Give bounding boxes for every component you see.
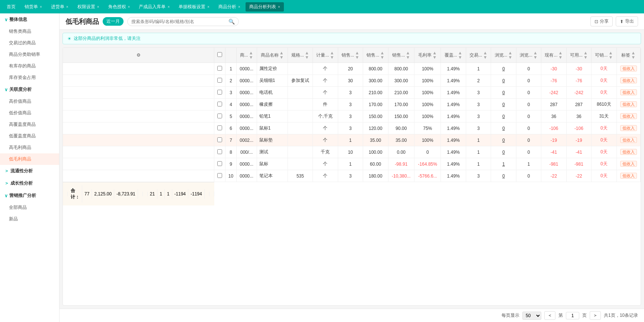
- row-name[interactable]: 电话机: [257, 87, 288, 99]
- row-browse1[interactable]: 0: [491, 170, 516, 182]
- close-icon[interactable]: ×: [128, 5, 130, 9]
- nav-product-analysis-list[interactable]: 商品分析列表 ×: [246, 2, 284, 12]
- row-name[interactable]: 鼠标1: [257, 122, 288, 134]
- next-page-button[interactable]: ＞: [590, 311, 601, 320]
- sidebar-group-circulation[interactable]: ＞ 流通性分析: [0, 165, 59, 177]
- row-checkbox[interactable]: [217, 149, 222, 154]
- nav-sales-order[interactable]: 销货单 ×: [21, 2, 46, 12]
- settings-col-header[interactable]: ⚙: [63, 48, 214, 63]
- row-checkbox[interactable]: [217, 161, 222, 166]
- search-input[interactable]: [131, 19, 227, 24]
- row-browse1[interactable]: 0: [491, 111, 516, 122]
- col-trade-count[interactable]: 交易... ▲▼: [466, 48, 491, 63]
- col-unit[interactable]: 计量... ▲▼: [313, 48, 338, 63]
- row-browse1[interactable]: 1: [491, 158, 516, 170]
- row-name[interactable]: 橡皮擦: [257, 99, 288, 111]
- sidebar-item-all-goods[interactable]: 全部商品: [0, 202, 59, 213]
- nav-role-auth[interactable]: 角色授权 ×: [105, 2, 134, 12]
- col-saleable[interactable]: 可销... ▲▼: [592, 48, 616, 63]
- checkbox-cell[interactable]: [214, 63, 225, 75]
- row-name[interactable]: 鼠标垫: [257, 134, 288, 146]
- close-icon[interactable]: ×: [167, 5, 170, 9]
- sidebar-item-category-sales-rate[interactable]: 商品分类助销率: [0, 49, 59, 60]
- row-checkbox[interactable]: [217, 78, 222, 83]
- col-sales-amount[interactable]: 销售... ▲▼: [388, 48, 414, 63]
- checkbox-cell[interactable]: [214, 75, 225, 87]
- checkbox-cell[interactable]: [214, 170, 225, 182]
- sidebar-item-new-goods[interactable]: 新品: [0, 213, 59, 225]
- col-sales-qty[interactable]: 销售... ▲▼: [338, 48, 363, 63]
- nav-product-analysis[interactable]: 商品分析 ×: [215, 2, 244, 12]
- export-button[interactable]: ⬆ 导出: [616, 16, 638, 26]
- checkbox-cell[interactable]: [214, 87, 225, 99]
- checkbox-cell[interactable]: [214, 99, 225, 111]
- checkbox-cell[interactable]: [214, 158, 225, 170]
- col-browse1[interactable]: 浏览... ▲▼: [491, 48, 516, 63]
- col-browse2[interactable]: 浏览... ▲▼: [516, 48, 541, 63]
- nav-product-inbound[interactable]: 产成品入库单 ×: [135, 2, 173, 12]
- select-all-checkbox[interactable]: [217, 52, 222, 57]
- row-checkbox[interactable]: [217, 137, 222, 142]
- row-checkbox[interactable]: [217, 125, 222, 130]
- row-browse1[interactable]: 0: [491, 146, 516, 158]
- sidebar-group-relevance[interactable]: ∨ 关联度分析: [0, 83, 59, 96]
- col-current-stock[interactable]: 现有... ▲▼: [541, 48, 566, 63]
- sidebar-group-marketing[interactable]: ∨ 营销推广分析: [0, 189, 59, 202]
- row-name[interactable]: 吴细细1: [257, 75, 288, 87]
- col-cover-rate[interactable]: 覆盖... ▲▼: [441, 48, 466, 63]
- sidebar-item-high-margin[interactable]: 高毛利商品: [0, 142, 59, 153]
- row-checkbox[interactable]: [217, 90, 222, 95]
- col-name[interactable]: 商品名称 ▲▼: [257, 48, 288, 63]
- sidebar-item-low-coverage[interactable]: 低覆盖度商品: [0, 130, 59, 142]
- row-name[interactable]: 鼠标: [257, 158, 288, 170]
- checkbox-cell[interactable]: [214, 134, 225, 146]
- col-sales-price[interactable]: 销售... ▲▼: [363, 48, 388, 63]
- row-checkbox[interactable]: [217, 173, 222, 178]
- row-checkbox[interactable]: [217, 66, 222, 71]
- row-browse1[interactable]: 0: [491, 134, 516, 146]
- sidebar-item-sales-goods[interactable]: 销售类商品: [0, 26, 59, 37]
- row-name[interactable]: 铅笔1: [257, 111, 288, 122]
- row-name[interactable]: 测试: [257, 146, 288, 158]
- row-checkbox[interactable]: [217, 102, 222, 106]
- filter-recent-month-button[interactable]: 近一月: [103, 17, 124, 26]
- sidebar-item-low-value[interactable]: 低价值商品: [0, 107, 59, 119]
- share-button[interactable]: ⊡ 分享: [590, 16, 613, 26]
- nav-template-settings[interactable]: 单据模板设置 ×: [175, 2, 213, 12]
- row-browse1[interactable]: 0: [491, 75, 516, 87]
- checkbox-cell[interactable]: [214, 122, 225, 134]
- prev-page-button[interactable]: ＜: [544, 311, 555, 320]
- sidebar-item-high-value[interactable]: 高价值商品: [0, 96, 59, 107]
- sidebar-group-growth[interactable]: ＞ 成长性分析: [0, 177, 59, 189]
- nav-home[interactable]: 首页: [3, 2, 19, 12]
- per-page-select[interactable]: 50 20 100: [522, 312, 541, 320]
- checkbox-cell[interactable]: [214, 146, 225, 158]
- col-tag[interactable]: 标签 ▲▼: [616, 48, 640, 63]
- nav-purchase-order[interactable]: 进货单 ×: [47, 2, 72, 12]
- row-browse1[interactable]: 0: [491, 63, 516, 75]
- row-checkbox[interactable]: [217, 114, 222, 118]
- sidebar-item-high-coverage[interactable]: 高覆盖度商品: [0, 119, 59, 130]
- col-code[interactable]: 商... ▲▼: [236, 48, 257, 63]
- close-icon[interactable]: ×: [278, 5, 280, 9]
- close-icon[interactable]: ×: [40, 5, 42, 9]
- sidebar-item-traded-goods[interactable]: 交易过的商品: [0, 37, 59, 49]
- checkbox-cell[interactable]: [214, 111, 225, 122]
- close-icon[interactable]: ×: [66, 5, 68, 9]
- search-icon[interactable]: 🔍: [228, 19, 235, 25]
- sidebar-group-overall[interactable]: ∨ 整体信息: [0, 13, 59, 26]
- row-name[interactable]: 属性定价: [257, 63, 288, 75]
- col-spec[interactable]: 规格... ▲▼: [288, 48, 313, 63]
- col-available[interactable]: 可用... ▲▼: [566, 48, 591, 63]
- close-icon[interactable]: ×: [207, 5, 209, 9]
- close-icon[interactable]: ×: [97, 5, 99, 9]
- col-gross-rate[interactable]: 毛利率 ▲▼: [414, 48, 441, 63]
- checkbox-col-header[interactable]: [214, 48, 225, 63]
- row-browse1[interactable]: 0: [491, 122, 516, 134]
- sidebar-item-low-margin[interactable]: 低毛利商品: [0, 153, 59, 165]
- sidebar-item-stock-capital[interactable]: 库存资金占用: [0, 72, 59, 83]
- row-name[interactable]: 笔记本: [257, 170, 288, 182]
- page-number-input[interactable]: [566, 312, 579, 319]
- close-icon[interactable]: ×: [238, 5, 240, 9]
- sidebar-item-stocked-goods[interactable]: 有库存的商品: [0, 60, 59, 72]
